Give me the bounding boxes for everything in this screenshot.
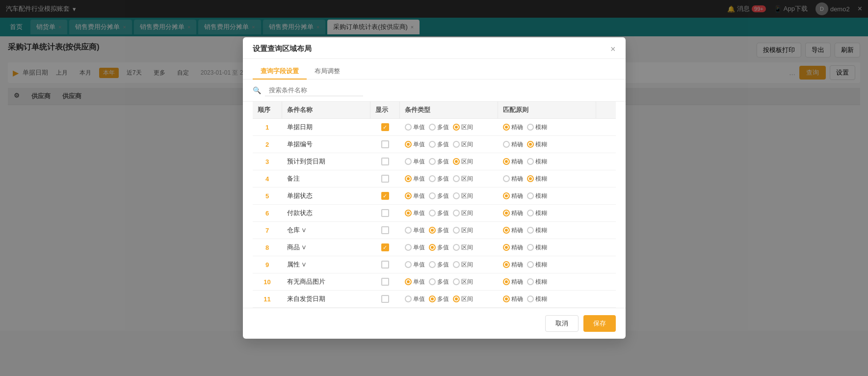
- display-checkbox-5[interactable]: [381, 209, 389, 217]
- display-checkbox-4[interactable]: [381, 192, 389, 200]
- row-type-1: 单值多值区间: [400, 136, 498, 153]
- match-match_fuzzy-0[interactable]: 模糊: [527, 123, 547, 132]
- table-row: 9属性 ∨单值多值区间精确模糊: [253, 256, 616, 273]
- row-display-10[interactable]: [370, 291, 400, 307]
- row-type-0: 单值多值区间: [400, 119, 498, 135]
- display-checkbox-6[interactable]: [381, 226, 389, 234]
- display-checkbox-10[interactable]: [381, 295, 389, 303]
- display-checkbox-7[interactable]: [381, 243, 389, 251]
- type-type_range-1[interactable]: 区间: [453, 140, 473, 149]
- display-checkbox-2[interactable]: [381, 158, 389, 165]
- type-type_range-8[interactable]: 区间: [453, 261, 473, 269]
- match-match_fuzzy-9[interactable]: 模糊: [527, 278, 547, 286]
- match-match_fuzzy-2[interactable]: 模糊: [527, 158, 547, 166]
- row-display-2[interactable]: [370, 154, 400, 169]
- type-type_single-8[interactable]: 单值: [405, 261, 425, 269]
- row-type-4: 单值多值区间: [400, 188, 498, 204]
- search-input[interactable]: [265, 84, 363, 96]
- type-type_range-7[interactable]: 区间: [453, 243, 473, 252]
- type-type_range-9[interactable]: 区间: [453, 278, 473, 286]
- type-type_multi-5[interactable]: 多值: [429, 209, 449, 217]
- type-type_multi-8[interactable]: 多值: [429, 261, 449, 269]
- type-type_multi-4[interactable]: 多值: [429, 192, 449, 200]
- match-match_exact-9[interactable]: 精确: [503, 278, 523, 286]
- type-type_multi-1[interactable]: 多值: [429, 140, 449, 149]
- type-type_single-10[interactable]: 单值: [405, 295, 425, 303]
- type-type_range-3[interactable]: 区间: [453, 175, 473, 183]
- match-match_exact-8[interactable]: 精确: [503, 261, 523, 269]
- row-display-9[interactable]: [370, 274, 400, 290]
- type-type_single-3[interactable]: 单值: [405, 175, 425, 183]
- row-order-4: 5: [253, 188, 282, 204]
- radio-circle-match_fuzzy-7: [527, 244, 534, 251]
- type-type_single-7[interactable]: 单值: [405, 243, 425, 252]
- match-match_fuzzy-1[interactable]: 模糊: [527, 140, 547, 149]
- radio-circle-type_multi-4: [429, 192, 436, 199]
- type-type_range-2[interactable]: 区间: [453, 158, 473, 166]
- display-checkbox-9[interactable]: [381, 278, 389, 286]
- type-type_single-2[interactable]: 单值: [405, 158, 425, 166]
- type-type_single-1[interactable]: 单值: [405, 140, 425, 149]
- match-match_exact-1[interactable]: 精确: [503, 140, 523, 149]
- match-match_fuzzy-6[interactable]: 模糊: [527, 226, 547, 235]
- type-type_range-10[interactable]: 区间: [453, 295, 473, 303]
- dialog-tab-layout[interactable]: 布局调整: [307, 64, 348, 80]
- match-match_fuzzy-8[interactable]: 模糊: [527, 261, 547, 269]
- display-checkbox-8[interactable]: [381, 261, 389, 269]
- match-match_fuzzy-10[interactable]: 模糊: [527, 295, 547, 303]
- dialog-close-button[interactable]: ×: [610, 45, 616, 54]
- row-display-0[interactable]: [370, 119, 400, 135]
- radio-circle-type_single-5: [405, 210, 412, 216]
- cancel-button[interactable]: 取消: [545, 315, 579, 331]
- row-name-2: 预计到货日期: [282, 153, 370, 170]
- radio-circle-type_range-2: [453, 158, 460, 165]
- match-match_fuzzy-3[interactable]: 模糊: [527, 175, 547, 183]
- type-type_multi-2[interactable]: 多值: [429, 158, 449, 166]
- type-type_multi-9[interactable]: 多值: [429, 278, 449, 286]
- row-name-1: 单据编号: [282, 136, 370, 153]
- row-display-8[interactable]: [370, 257, 400, 272]
- row-display-6[interactable]: [370, 222, 400, 238]
- type-type_single-4[interactable]: 单值: [405, 192, 425, 200]
- type-type_multi-0[interactable]: 多值: [429, 123, 449, 132]
- type-type_range-6[interactable]: 区间: [453, 226, 473, 235]
- type-type_single-9[interactable]: 单值: [405, 278, 425, 286]
- row-display-5[interactable]: [370, 205, 400, 221]
- row-display-1[interactable]: [370, 136, 400, 152]
- match-match_exact-7[interactable]: 精确: [503, 243, 523, 252]
- row-match-1: 精确模糊: [498, 136, 596, 153]
- type-type_single-5[interactable]: 单值: [405, 209, 425, 217]
- match-match_exact-5[interactable]: 精确: [503, 209, 523, 217]
- match-match_exact-6[interactable]: 精确: [503, 226, 523, 235]
- row-display-3[interactable]: [370, 171, 400, 187]
- type-type_range-0[interactable]: 区间: [453, 123, 473, 132]
- match-match_exact-3[interactable]: 精确: [503, 175, 523, 183]
- dialog: 设置查询区域布局 × 查询字段设置 布局调整 🔍 顺序 条件名称 显示 条件类型: [243, 37, 626, 331]
- radio-circle-type_range-6: [453, 227, 460, 234]
- type-type_multi-10[interactable]: 多值: [429, 295, 449, 303]
- match-match_exact-10[interactable]: 精确: [503, 295, 523, 303]
- type-type_single-0[interactable]: 单值: [405, 123, 425, 132]
- row-type-5: 单值多值区间: [400, 205, 498, 221]
- type-type_range-5[interactable]: 区间: [453, 209, 473, 217]
- display-checkbox-0[interactable]: [381, 123, 389, 131]
- match-match_exact-2[interactable]: 精确: [503, 158, 523, 166]
- row-name-9: 有无商品图片: [282, 273, 370, 290]
- match-match_fuzzy-7[interactable]: 模糊: [527, 243, 547, 252]
- type-type_multi-3[interactable]: 多值: [429, 175, 449, 183]
- type-type_range-4[interactable]: 区间: [453, 192, 473, 200]
- match-match_fuzzy-5[interactable]: 模糊: [527, 209, 547, 217]
- row-display-4[interactable]: [370, 188, 400, 204]
- row-display-7[interactable]: [370, 240, 400, 255]
- display-checkbox-3[interactable]: [381, 175, 389, 183]
- match-match_exact-4[interactable]: 精确: [503, 192, 523, 200]
- radio-circle-type_range-7: [453, 244, 460, 251]
- match-match_fuzzy-4[interactable]: 模糊: [527, 192, 547, 200]
- type-type_single-6[interactable]: 单值: [405, 226, 425, 235]
- type-type_multi-7[interactable]: 多值: [429, 243, 449, 252]
- type-type_multi-6[interactable]: 多值: [429, 226, 449, 235]
- save-button[interactable]: 保存: [583, 315, 616, 331]
- display-checkbox-1[interactable]: [381, 140, 389, 148]
- match-match_exact-0[interactable]: 精确: [503, 123, 523, 132]
- dialog-tab-fields[interactable]: 查询字段设置: [253, 64, 307, 80]
